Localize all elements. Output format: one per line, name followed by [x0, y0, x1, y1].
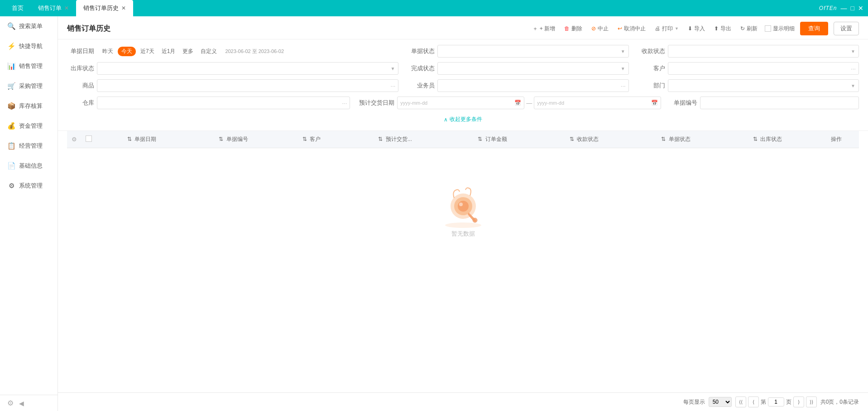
- select-all-checkbox[interactable]: [86, 135, 92, 142]
- next-page-btn[interactable]: ⟩: [793, 396, 804, 407]
- sidebar-item-search-menu[interactable]: 🔍 搜索菜单: [0, 16, 58, 36]
- out-status-select[interactable]: [97, 62, 398, 75]
- filter-row-1: 单据日期 昨天 今天 近7天 近1月 更多 自定义 2023-06-02 至 2…: [67, 45, 859, 58]
- import-btn[interactable]: ⬇ 导入: [686, 24, 707, 34]
- new-btn[interactable]: ＋ + 新增: [531, 24, 557, 34]
- inventory-icon: 📦: [7, 102, 15, 110]
- minimize-btn[interactable]: —: [841, 5, 847, 12]
- goods-label: 商品: [67, 82, 94, 90]
- sidebar-item-basic-info[interactable]: 📄 基础信息: [0, 156, 58, 176]
- table-wrapper: ⚙ ⇅ 单据日期 ⇅ 单据编号: [58, 131, 868, 392]
- th-estimated-delivery[interactable]: ⇅ 预计交货...: [344, 131, 447, 148]
- th-estimated-delivery-sort: ⇅: [378, 136, 383, 142]
- salesperson-input-wrapper[interactable]: ···: [437, 79, 628, 92]
- refresh-btn[interactable]: ↻ 刷新: [739, 24, 759, 34]
- page-size-select[interactable]: 50 10 20 100: [709, 397, 732, 407]
- receipt-status-select[interactable]: [668, 45, 859, 58]
- import-icon: ⬇: [688, 25, 692, 32]
- setting-button[interactable]: 设置: [834, 22, 859, 35]
- content-area: 销售订单历史 ＋ + 新增 🗑 删除 ⊘ 中止 ↩ 取消中止: [58, 16, 868, 411]
- th-checkbox[interactable]: [82, 131, 96, 148]
- salesperson-label: 业务员: [408, 82, 435, 90]
- collapse-row[interactable]: ∧ 收起更多条件: [67, 114, 859, 125]
- display-detail-checkbox[interactable]: [765, 25, 771, 32]
- delivery-start-placeholder: yyyy-mm-dd: [400, 100, 427, 106]
- last-page-btn[interactable]: ⟩⟩: [806, 396, 817, 407]
- th-operation-label: 操作: [831, 136, 842, 142]
- sidebar-item-purchase[interactable]: 🛒 采购管理: [0, 76, 58, 96]
- prev-page-btn[interactable]: ⟨: [748, 396, 759, 407]
- department-select[interactable]: [668, 79, 859, 92]
- delete-label: 删除: [571, 25, 582, 33]
- receipt-status-label: 收款状态: [638, 47, 665, 55]
- page-size-label: 每页显示: [683, 398, 705, 406]
- close-btn[interactable]: ✕: [858, 5, 863, 12]
- th-settings[interactable]: ⚙: [67, 131, 82, 148]
- salesperson-dots: ···: [621, 82, 626, 89]
- sidebar-item-operation[interactable]: 📋 经营管理: [0, 136, 58, 156]
- complete-status-select[interactable]: [437, 62, 628, 75]
- sidebar-collapse-icon[interactable]: ◀: [19, 400, 24, 407]
- out-status-select-wrapper: ▼: [97, 62, 398, 75]
- stop-btn[interactable]: ⊘ 中止: [590, 24, 610, 34]
- th-voucher-number[interactable]: ⇅ 单据编号: [187, 131, 279, 148]
- collapse-arrow-icon: ∧: [444, 116, 448, 123]
- date-btn-today[interactable]: 今天: [118, 47, 136, 56]
- filter-row-4: 仓库 ··· 预计交货日期 yyyy-mm-dd 📅 — yyyy: [67, 97, 859, 109]
- voucher-status-select-wrapper: ▼: [437, 45, 628, 58]
- th-voucher-date[interactable]: ⇅ 单据日期: [96, 131, 187, 148]
- display-detail-label: 显示明细: [773, 25, 795, 33]
- goods-input-wrapper[interactable]: ···: [97, 79, 398, 92]
- export-btn[interactable]: ⬆ 导出: [712, 24, 733, 34]
- sidebar-bottom: ⚙ ◀: [0, 395, 58, 411]
- warehouse-label: 仓库: [67, 99, 94, 107]
- finance-icon: 💰: [7, 122, 15, 130]
- tab-sales-order[interactable]: 销售订单 ✕: [31, 0, 76, 16]
- quick-nav-icon: ⚡: [7, 42, 15, 50]
- maximize-btn[interactable]: □: [851, 5, 854, 12]
- warehouse-input-wrapper[interactable]: ···: [97, 97, 350, 109]
- voucher-number-input[interactable]: [700, 97, 859, 109]
- sidebar-item-finance[interactable]: 💰 资金管理: [0, 116, 58, 136]
- first-page-btn[interactable]: ⟨⟨: [735, 396, 746, 407]
- tab-sales-history-close[interactable]: ✕: [121, 5, 126, 11]
- date-separator: —: [526, 100, 532, 106]
- page-num-input[interactable]: 1: [768, 397, 784, 406]
- tab-sales-order-close[interactable]: ✕: [64, 5, 69, 11]
- date-btn-custom[interactable]: 自定义: [198, 47, 220, 56]
- sidebar-item-system[interactable]: ⚙ 系统管理: [0, 176, 58, 196]
- th-order-amount[interactable]: ⇅ 订单金额: [446, 131, 538, 148]
- query-button[interactable]: 查询: [800, 22, 828, 35]
- date-btn-yesterday[interactable]: 昨天: [100, 47, 116, 56]
- cancel-stop-btn[interactable]: ↩ 取消中止: [616, 24, 647, 34]
- date-btn-more[interactable]: 更多: [180, 47, 196, 56]
- filter-receipt-status: 收款状态 ▼: [638, 45, 859, 58]
- sidebar-item-operation-label: 经营管理: [19, 142, 43, 150]
- sidebar-item-inventory[interactable]: 📦 库存核算: [0, 96, 58, 116]
- th-customer[interactable]: ⇅ 客户: [279, 131, 344, 148]
- sidebar-settings-icon[interactable]: ⚙: [7, 399, 14, 407]
- date-btn-1month[interactable]: 近1月: [159, 47, 178, 56]
- sales-icon: 📊: [7, 62, 15, 70]
- tab-home[interactable]: 首页: [5, 0, 31, 16]
- voucher-status-select[interactable]: [437, 45, 628, 58]
- date-btn-7days[interactable]: 近7天: [138, 47, 157, 56]
- filter-row-3: 商品 ··· 业务员 ··· 部门 ▼: [67, 79, 859, 92]
- customer-input-wrapper[interactable]: ···: [668, 62, 859, 75]
- th-voucher-status[interactable]: ⇅ 单据状态: [630, 131, 721, 148]
- svg-point-0: [445, 222, 481, 228]
- th-receipt-status[interactable]: ⇅ 收款状态: [538, 131, 630, 148]
- tab-sales-history[interactable]: 销售订单历史 ✕: [76, 0, 133, 16]
- sidebar-item-quick-nav[interactable]: ⚡ 快捷导航: [0, 36, 58, 56]
- th-out-status[interactable]: ⇅ 出库状态: [722, 131, 813, 148]
- th-voucher-number-label: 单据编号: [226, 136, 248, 142]
- print-btn[interactable]: 🖨 打印 ▼: [653, 24, 681, 34]
- sidebar-item-sales[interactable]: 📊 销售管理: [0, 56, 58, 76]
- delivery-end-input[interactable]: yyyy-mm-dd 📅: [534, 97, 661, 109]
- delete-btn[interactable]: 🗑 删除: [562, 24, 584, 34]
- delivery-start-input[interactable]: yyyy-mm-dd 📅: [397, 97, 524, 109]
- tab-sales-history-label: 销售订单历史: [83, 4, 119, 12]
- new-btn-label: + 新增: [540, 25, 555, 33]
- filter-voucher-date: 单据日期 昨天 今天 近7天 近1月 更多 自定义 2023-06-02 至 2…: [67, 47, 398, 56]
- estimated-delivery-label: 预计交货日期: [359, 99, 394, 107]
